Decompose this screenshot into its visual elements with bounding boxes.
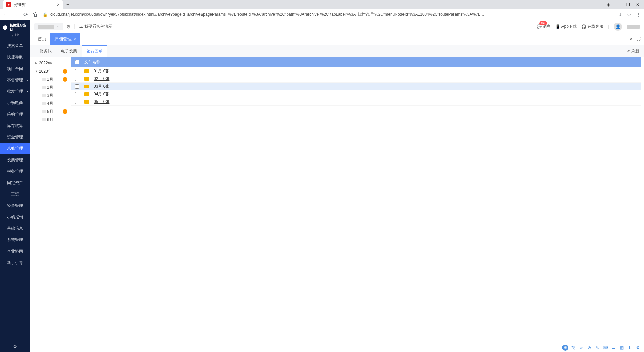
address-field[interactable]: 🔒 cloud.chanjet.com/cc/u6d89qwnryel/57bf…	[43, 12, 613, 17]
sidebar-item[interactable]: 批发管理▾	[0, 86, 30, 97]
url-text: cloud.chanjet.com/cc/u6d89qwnryel/57bfsk…	[50, 12, 484, 17]
file-link[interactable]: 04月 0张	[94, 91, 109, 97]
sidebar-item[interactable]: 经营管理	[0, 200, 30, 211]
table-row[interactable]: 01月 0张	[71, 67, 641, 75]
sidebar-item[interactable]: 企业协同	[0, 246, 30, 257]
avatar[interactable]: 👤	[614, 23, 622, 31]
folder-icon	[42, 118, 46, 121]
tree-node-month[interactable]: 2月	[30, 83, 71, 91]
kebab-menu-icon[interactable]: ⋮	[636, 12, 641, 17]
refresh-label: 刷新	[631, 48, 639, 54]
taskbar-icon-2[interactable]: ⊘	[586, 345, 592, 351]
taskbar-icon-4[interactable]: ⌨	[602, 345, 608, 351]
back-button[interactable]: ←	[3, 12, 9, 18]
maximize-icon[interactable]: ❐	[626, 2, 630, 7]
tree-node-2022[interactable]: ▶ 2022年	[30, 59, 71, 67]
tab-archive[interactable]: 归档管理 ×	[50, 33, 80, 45]
row-checkbox[interactable]	[75, 69, 79, 73]
table-row[interactable]: 05月 0张	[71, 98, 641, 106]
close-tab-archive-icon[interactable]: ×	[74, 37, 76, 41]
subtab-invoice[interactable]: 电子发票	[56, 45, 82, 57]
sidebar-item[interactable]: 新手引导	[0, 257, 30, 268]
year-tree: ▶ 2022年 ▼ 2023年 ! 1月!2月3月4月5月!6月	[30, 57, 71, 352]
taskbar-icon-6[interactable]: ▦	[619, 345, 625, 351]
file-link[interactable]: 03月 0张	[94, 84, 109, 89]
install-app-icon[interactable]: ⤓	[618, 12, 622, 17]
tree-node-month[interactable]: 5月!	[30, 107, 71, 116]
table-row[interactable]: 03月 0张	[71, 83, 641, 90]
sidebar-item[interactable]: 快捷导航	[0, 51, 30, 63]
row-checkbox[interactable]	[75, 92, 79, 96]
tree-label: 6月	[47, 117, 53, 123]
sidebar-item[interactable]: 总账管理	[0, 143, 30, 154]
table-row[interactable]: 02月 0张	[71, 75, 641, 83]
forward-button[interactable]: →	[13, 12, 19, 18]
folder-icon	[42, 78, 46, 81]
row-checkbox[interactable]	[75, 84, 79, 89]
ime-badge[interactable]: 王	[562, 345, 568, 351]
tree-node-month[interactable]: 4月	[30, 99, 71, 107]
messages-badge: 99+	[539, 21, 547, 25]
file-link[interactable]: 05月 0张	[94, 99, 109, 105]
chrome-account-icon[interactable]: ◉	[607, 2, 610, 7]
file-link[interactable]: 02月 0张	[94, 76, 109, 82]
refresh-button[interactable]: ⟳ 刷新	[627, 48, 639, 54]
sub-tabs: 财务账 电子发票 银行回单 ⟳ 刷新	[30, 45, 644, 57]
sidebar-item[interactable]: 零售管理▾	[0, 74, 30, 86]
subtab-finance[interactable]: 财务账	[35, 45, 56, 57]
taskbar-icon-1[interactable]: ☺	[578, 345, 584, 351]
sidebar-item[interactable]: 小畅电商	[0, 97, 30, 108]
tab-home[interactable]: 首页	[34, 33, 50, 45]
minimize-icon[interactable]: —	[616, 2, 620, 7]
gear-icon[interactable]: ⚙	[66, 24, 71, 29]
tree-node-month[interactable]: 1月!	[30, 75, 71, 83]
row-checkbox[interactable]	[75, 100, 79, 104]
close-tab-icon[interactable]: ×	[57, 2, 60, 7]
new-tab-button[interactable]: +	[63, 2, 73, 8]
select-all-checkbox[interactable]	[75, 60, 79, 64]
sidebar-item[interactable]: 税务管理	[0, 166, 30, 177]
close-all-tabs-icon[interactable]: ✕	[629, 36, 633, 41]
file-link[interactable]: 01月 0张	[94, 68, 109, 74]
folder-icon	[42, 94, 46, 97]
taskbar-icon-3[interactable]: ✎	[594, 345, 600, 351]
online-service-button[interactable]: 🎧 在线客服	[581, 24, 603, 29]
header-bar: ﹀ ⚙ | ☁ 我要看实例演示 💬 消息 99+ 📱 App下载 🎧	[30, 20, 644, 33]
browser-tab[interactable]: ✦ 好业财 ×	[3, 0, 63, 9]
folder-icon	[42, 86, 46, 89]
sidebar-item[interactable]: 固定资产	[0, 177, 30, 188]
demo-link[interactable]: ☁ 我要看实例演示	[79, 24, 112, 29]
bookmark-star-icon[interactable]: ☆	[627, 12, 631, 17]
trash-icon[interactable]: 🗑	[33, 12, 38, 18]
sidebar-item[interactable]: 系统管理	[0, 234, 30, 246]
ime-lang[interactable]: 英	[570, 345, 576, 351]
sidebar-item[interactable]: 库存核算	[0, 120, 30, 131]
messages-button[interactable]: 💬 消息 99+	[537, 24, 551, 29]
company-selector[interactable]: ﹀	[34, 23, 63, 30]
sidebar-item[interactable]: 工资	[0, 188, 30, 200]
close-window-icon[interactable]: ✕	[636, 2, 639, 7]
taskbar-icon-7[interactable]: ⬇	[627, 345, 633, 351]
sidebar-item[interactable]: 小畅报销	[0, 211, 30, 223]
settings-button[interactable]: ⚙	[0, 341, 30, 352]
sidebar-item[interactable]: 项目合同	[0, 63, 30, 74]
taskbar-icon-8[interactable]: ⚙	[635, 345, 641, 351]
tree-node-month[interactable]: 6月	[30, 116, 71, 124]
tree-node-month[interactable]: 3月	[30, 91, 71, 99]
sidebar-item[interactable]: 采购管理	[0, 108, 30, 120]
app-download-button[interactable]: 📱 App下载	[555, 24, 577, 29]
subtab-bank[interactable]: 银行回单	[82, 45, 107, 57]
cloud-icon: ☁	[79, 24, 83, 29]
sidebar-item[interactable]: 发票管理	[0, 154, 30, 166]
sidebar-item[interactable]: 搜索菜单	[0, 40, 30, 51]
reload-button[interactable]: ⟳	[23, 11, 28, 18]
taskbar-icon-5[interactable]: ☁	[610, 345, 616, 351]
warning-badge: !	[63, 77, 67, 82]
row-checkbox[interactable]	[75, 77, 79, 81]
folder-icon	[84, 69, 89, 73]
sidebar-item[interactable]: 资金管理	[0, 131, 30, 143]
table-row[interactable]: 04月 0张	[71, 90, 641, 98]
fullscreen-icon[interactable]: ⛶	[636, 36, 641, 41]
tree-node-2023[interactable]: ▼ 2023年 !	[30, 67, 71, 75]
sidebar-item[interactable]: 基础信息	[0, 223, 30, 234]
